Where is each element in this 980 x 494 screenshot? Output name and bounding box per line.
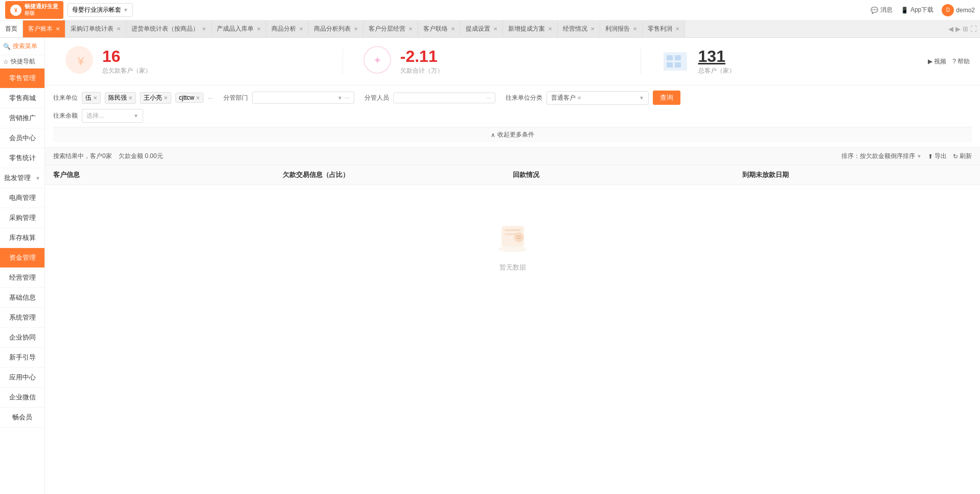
logo-text: 畅捷通好生意 bbox=[25, 3, 58, 10]
retail-profit-tab-label: 零售利润 bbox=[648, 25, 672, 33]
svg-rect-3 bbox=[667, 55, 673, 60]
video-btn[interactable]: ▶ 视频 bbox=[928, 57, 946, 66]
tab-business-status[interactable]: 经营情况 ✕ bbox=[558, 20, 600, 38]
account-selector[interactable]: 母婴行业演示帐套 ▼ bbox=[67, 3, 133, 17]
tab-goods-analysis-list[interactable]: 商品分析列表 ✕ bbox=[309, 20, 363, 38]
tab-close-product-in[interactable]: ✕ bbox=[257, 26, 261, 32]
tab-goods-in-stats[interactable]: 进货单统计表（按商品） ✕ bbox=[126, 20, 212, 38]
balance-select[interactable]: 选择... ▼ bbox=[82, 109, 143, 123]
user-profile[interactable]: D demo2 bbox=[942, 4, 975, 16]
tab-close-purchase[interactable]: ✕ bbox=[117, 26, 121, 32]
goods-in-stats-tab-label: 进货单统计表（按商品） bbox=[131, 25, 199, 33]
tab-product-in[interactable]: 产成品入库单 ✕ bbox=[212, 20, 266, 38]
unit-type-select[interactable]: 普通客户 ✕ ▼ bbox=[546, 91, 649, 105]
tab-close-goods-in[interactable]: ✕ bbox=[202, 26, 206, 32]
tab-customer-tier[interactable]: 客户分层经营 ✕ bbox=[363, 20, 418, 38]
sidebar-item-retail-stats[interactable]: 零售统计 bbox=[0, 148, 44, 168]
col-debt-info: 欠款交易信息（占比） bbox=[283, 170, 512, 179]
tab-new-boost-plan[interactable]: 新增提成方案 ✕ bbox=[503, 20, 558, 38]
sidebar-item-label: 应用中心 bbox=[9, 373, 36, 381]
refresh-btn[interactable]: ↻ 刷新 bbox=[953, 152, 972, 161]
filter-tag-chen-close[interactable]: ✕ bbox=[128, 95, 132, 101]
tab-close-retail-profit[interactable]: ✕ bbox=[675, 26, 679, 32]
filter-area: 往来单位 伍 ✕ 陈民强 ✕ 王小亮 ✕ cjttcw ✕ ··· bbox=[45, 85, 980, 148]
tab-close-boost[interactable]: ✕ bbox=[493, 26, 497, 32]
sidebar-item-ecomm-mgmt[interactable]: 电商管理 bbox=[0, 188, 44, 208]
sidebar-item-label: 营销推广 bbox=[9, 114, 36, 122]
sidebar-item-new-guide[interactable]: 新手引导 bbox=[0, 348, 44, 368]
help-btn[interactable]: ? 帮助 bbox=[952, 57, 970, 66]
query-button[interactable]: 查询 bbox=[653, 91, 680, 105]
export-btn[interactable]: ⬆ 导出 bbox=[928, 152, 947, 161]
tab-close-customer-tier[interactable]: ✕ bbox=[408, 26, 413, 32]
sidebar-item-purchase-mgmt[interactable]: 采购管理 bbox=[0, 208, 44, 228]
sidebar-item-label: 企业协同 bbox=[9, 333, 36, 341]
sidebar-item-marketing[interactable]: 营销推广 bbox=[0, 108, 44, 128]
tab-purchase-order[interactable]: 采购订单统计表 ✕ bbox=[65, 20, 126, 38]
tab-expand-icon[interactable]: ⊞ bbox=[963, 25, 968, 33]
svg-rect-9 bbox=[505, 229, 521, 231]
filter-tag-wu: 伍 ✕ bbox=[82, 92, 101, 104]
tab-close-customer-book[interactable]: ✕ bbox=[56, 26, 60, 32]
tab-close-business[interactable]: ✕ bbox=[590, 26, 595, 32]
sidebar-item-enterprise-collab[interactable]: 企业协同 bbox=[0, 328, 44, 348]
sidebar-item-enterprise-wechat[interactable]: 企业微信 bbox=[0, 388, 44, 408]
balance-label: 往来余额 bbox=[53, 111, 78, 120]
col-customer-info: 客户信息 bbox=[53, 170, 283, 179]
stat-group-total-clients: 131 总客户（家） bbox=[651, 46, 928, 77]
sidebar-item-batch-mgmt[interactable]: 批发管理 ▼ bbox=[0, 168, 44, 188]
new-boost-plan-tab-label: 新增提成方案 bbox=[508, 25, 545, 33]
tab-goods-analysis[interactable]: 商品分析 ✕ bbox=[266, 20, 309, 38]
sidebar-item-basic-info[interactable]: 基础信息 bbox=[0, 288, 44, 308]
tab-fullscreen-icon[interactable]: ⛶ bbox=[970, 25, 977, 33]
product-in-tab-label: 产成品入库单 bbox=[217, 25, 254, 33]
tab-boost-settings[interactable]: 提成设置 ✕ bbox=[461, 20, 503, 38]
tab-customer-contact[interactable]: 客户联络 ✕ bbox=[418, 20, 461, 38]
stat-icon-total-clients bbox=[662, 46, 692, 77]
filter-tag-wu-close[interactable]: ✕ bbox=[93, 95, 97, 101]
video-icon: ▶ bbox=[928, 58, 932, 65]
col-overdue-date: 到期未放款日期 bbox=[742, 170, 972, 179]
content-area: ¥ ¥ 16 总欠款客户（家） ✦ -2.11 bbox=[45, 38, 980, 494]
tab-close-new-boost[interactable]: ✕ bbox=[548, 26, 552, 32]
debt-total-label: 欠款合计（万） bbox=[400, 66, 443, 75]
sidebar-item-member-center[interactable]: 会员中心 bbox=[0, 128, 44, 148]
tab-close-goods-list[interactable]: ✕ bbox=[354, 26, 358, 32]
tab-close-profit[interactable]: ✕ bbox=[633, 26, 637, 32]
division-dept-select[interactable]: ▼ ··· bbox=[252, 92, 354, 104]
tab-next-icon[interactable]: ▶ bbox=[955, 25, 961, 33]
filter-tag-wang-close[interactable]: ✕ bbox=[164, 95, 168, 101]
sidebar-search[interactable]: 🔍 搜索菜单 bbox=[0, 38, 44, 55]
chevron-up-icon: ∧ bbox=[491, 131, 495, 139]
sidebar-item-retail-mall[interactable]: 零售商城 bbox=[0, 88, 44, 108]
sidebar-item-inventory[interactable]: 库存核算 bbox=[0, 228, 44, 248]
sidebar-item-label: 零售商城 bbox=[9, 94, 36, 102]
sidebar-item-sys-mgmt[interactable]: 系统管理 bbox=[0, 308, 44, 328]
filter-more-btn[interactable]: ··· bbox=[208, 94, 213, 102]
sidebar-item-app-center[interactable]: 应用中心 bbox=[0, 368, 44, 388]
stat-divider-1 bbox=[343, 49, 343, 74]
export-label: 导出 bbox=[935, 152, 947, 161]
sidebar-item-ops-mgmt[interactable]: 经营管理 bbox=[0, 268, 44, 288]
sidebar-quick-nav[interactable]: ☆ 快捷导航 bbox=[0, 55, 44, 69]
tab-home[interactable]: 首页 bbox=[0, 20, 23, 38]
sidebar-item-label: 批发管理 bbox=[4, 173, 31, 183]
sort-control[interactable]: 排序：按欠款金额倒序排序 ▼ bbox=[841, 152, 922, 161]
app-download-btn[interactable]: 📱 App下载 bbox=[901, 6, 933, 14]
collapse-bar[interactable]: ∧ 收起更多条件 bbox=[53, 127, 972, 142]
division-person-select[interactable]: ··· bbox=[393, 93, 495, 103]
tab-retail-profit[interactable]: 零售利润 ✕ bbox=[643, 20, 685, 38]
sidebar-item-label: 会员中心 bbox=[9, 134, 36, 142]
tab-close-contact[interactable]: ✕ bbox=[451, 26, 455, 32]
tab-customer-book[interactable]: 客户账本 ✕ bbox=[23, 20, 65, 38]
tab-profit-report[interactable]: 利润报告 ✕ bbox=[600, 20, 643, 38]
tab-close-goods-analysis[interactable]: ✕ bbox=[299, 26, 303, 32]
unit-type-close[interactable]: ✕ bbox=[577, 95, 581, 101]
message-btn[interactable]: 💬 消息 bbox=[871, 6, 893, 14]
sidebar-item-vip-member[interactable]: 畅会员 bbox=[0, 408, 44, 428]
filter-tag-cjttcw-close[interactable]: ✕ bbox=[196, 95, 200, 101]
sidebar-item-capital-mgmt[interactable]: 资金管理 bbox=[0, 248, 44, 268]
sidebar-item-retail-mgmt[interactable]: 零售管理 bbox=[0, 69, 44, 88]
tab-prev-icon[interactable]: ◀ bbox=[948, 25, 953, 33]
stat-data-total-clients: 131 总客户（家） bbox=[698, 48, 735, 75]
